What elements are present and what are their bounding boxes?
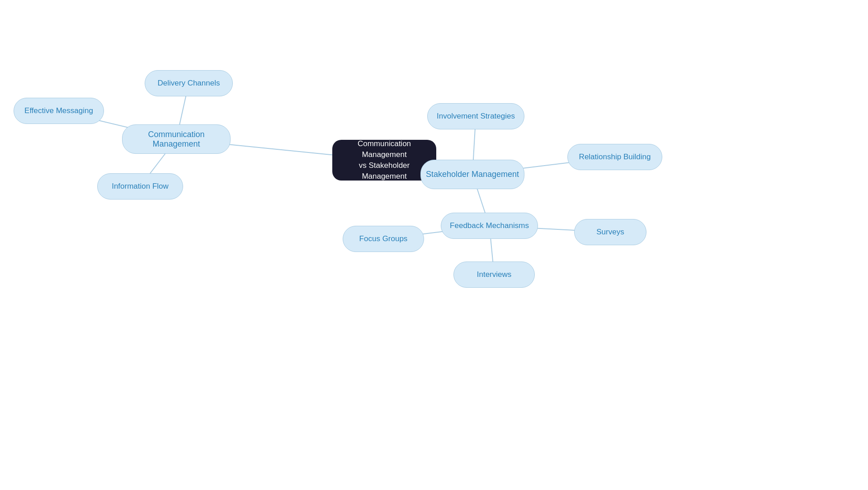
delivery-channels-node[interactable]: Delivery Channels xyxy=(145,70,233,96)
feedback-label: Feedback Mechanisms xyxy=(450,221,529,230)
information-flow-node[interactable]: Information Flow xyxy=(97,173,183,200)
relationship-building-node[interactable]: Relationship Building xyxy=(567,144,662,170)
involve-label: Involvement Strategies xyxy=(437,112,515,121)
interviews-node[interactable]: Interviews xyxy=(453,262,535,288)
comm-mgmt-label: Communication Management xyxy=(123,130,230,149)
rel-build-label: Relationship Building xyxy=(579,152,651,162)
feedback-mechanisms-node[interactable]: Feedback Mechanisms xyxy=(441,213,538,239)
interviews-label: Interviews xyxy=(477,270,512,279)
effective-messaging-node[interactable]: Effective Messaging xyxy=(14,98,104,124)
stake-mgmt-label: Stakeholder Management xyxy=(421,170,524,179)
communication-management-node[interactable]: Communication Management xyxy=(122,124,231,154)
focus-label: Focus Groups xyxy=(359,234,408,243)
info-flow-label: Information Flow xyxy=(112,182,169,191)
focus-groups-node[interactable]: Focus Groups xyxy=(343,226,424,252)
surveys-node[interactable]: Surveys xyxy=(574,219,646,245)
surveys-label: Surveys xyxy=(596,228,624,237)
involvement-strategies-node[interactable]: Involvement Strategies xyxy=(427,103,524,129)
delivery-label: Delivery Channels xyxy=(158,79,220,88)
eff-msg-label: Effective Messaging xyxy=(24,106,93,115)
stakeholder-management-node[interactable]: Stakeholder Management xyxy=(420,160,524,189)
